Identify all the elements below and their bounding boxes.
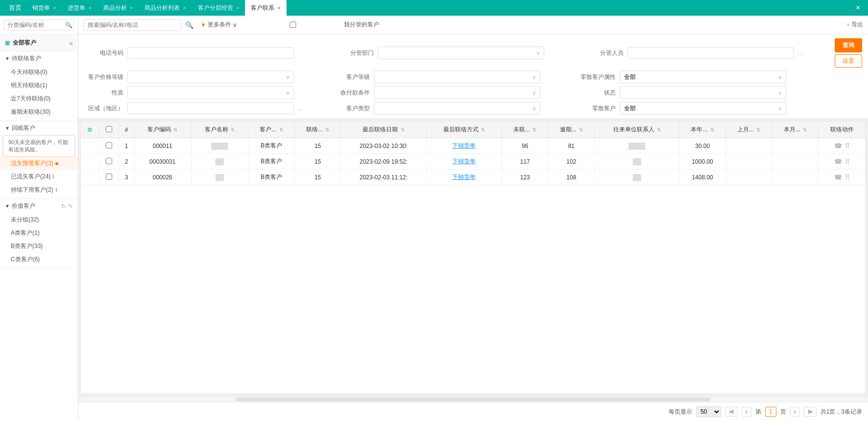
retail-select[interactable]: 全部 ∨ bbox=[620, 102, 786, 115]
sidebar-search-input[interactable] bbox=[4, 20, 74, 30]
row2-last-contact-method[interactable]: 下销货单 bbox=[426, 154, 502, 170]
this-year-col-header[interactable]: 本年... ⇅ bbox=[679, 122, 726, 138]
manager-input[interactable] bbox=[627, 47, 794, 59]
edit-icon[interactable]: ✎ bbox=[68, 203, 73, 210]
next-page-button[interactable]: › bbox=[790, 407, 800, 417]
select-all-checkbox[interactable] bbox=[106, 126, 112, 132]
nav-purchase-close[interactable]: × bbox=[88, 5, 91, 11]
uncontacted-col-header[interactable]: 未联... ⇅ bbox=[502, 122, 548, 138]
settings-col-header[interactable]: ⚙ bbox=[81, 122, 99, 138]
row3-checkbox[interactable] bbox=[99, 170, 119, 185]
sidebar-item-tomorrow-pending[interactable]: 明天待联络(1) bbox=[0, 79, 78, 92]
prev-page-button[interactable]: ‹ bbox=[742, 407, 751, 417]
contacts-col-header[interactable]: 往来单位联系人 ⇅ bbox=[595, 122, 679, 138]
my-customers-checkbox-label[interactable]: 我分管的客户 bbox=[244, 21, 379, 29]
row2-select-checkbox[interactable] bbox=[106, 158, 112, 164]
nature-select[interactable]: ∨ bbox=[127, 86, 294, 99]
sidebar-item-declining[interactable]: 持续下滑客户(2) ℹ bbox=[0, 183, 78, 197]
toolbar: 🔍 ▼ 更多条件 ∨ 我分管的客户 ↑ 导出 bbox=[78, 16, 868, 34]
per-page-select[interactable]: 50 100 200 bbox=[696, 406, 721, 417]
contact-col-header[interactable]: 联络... ⇅ bbox=[294, 122, 341, 138]
nav-product-analysis-close[interactable]: × bbox=[130, 5, 133, 11]
status-select[interactable]: ∨ bbox=[620, 86, 786, 99]
nav-product-analysis[interactable]: 商品分析 × bbox=[97, 0, 139, 16]
filter-more-button[interactable]: ▼ 更多条件 ∨ bbox=[197, 19, 240, 31]
nav-home[interactable]: 首页 bbox=[4, 0, 26, 16]
sidebar-item-churned[interactable]: 已流失客户(24) ℹ bbox=[0, 170, 78, 183]
last-contact-date-col-header[interactable]: 最后联络日期 ⇅ bbox=[341, 122, 426, 138]
row1-select-checkbox[interactable] bbox=[106, 142, 112, 149]
last-page-button[interactable]: ⊳ bbox=[804, 407, 817, 417]
phone-input[interactable] bbox=[127, 47, 294, 59]
checkbox-col-header[interactable] bbox=[99, 122, 119, 138]
row1-contact-icon[interactable]: ☎ bbox=[834, 142, 842, 149]
last-contact-method-col-header[interactable]: 最后联络方式 ⇅ bbox=[426, 122, 502, 138]
row3-contact-icon[interactable]: ☎ bbox=[834, 173, 842, 181]
code-col-header[interactable]: 客户编码 ⇅ bbox=[134, 122, 191, 138]
nav-product-list-close[interactable]: × bbox=[183, 5, 186, 11]
first-page-button[interactable]: ⊲ bbox=[725, 407, 738, 417]
customer-type-select[interactable]: ∨ bbox=[374, 102, 540, 115]
sidebar-item-today-pending[interactable]: 今天待联络(0) bbox=[0, 66, 78, 79]
search-button[interactable]: 🔍 bbox=[185, 21, 193, 29]
price-level-select[interactable]: ∨ bbox=[127, 71, 294, 83]
overdue-col-header[interactable]: 逾期... ⇅ bbox=[548, 122, 595, 138]
manager-dots[interactable]: ... bbox=[798, 50, 803, 56]
row2-this-month bbox=[772, 154, 819, 170]
close-all-button[interactable]: × bbox=[852, 3, 864, 12]
last-month-col-header[interactable]: 上月... ⇅ bbox=[725, 122, 772, 138]
payment-select[interactable]: ∨ bbox=[374, 86, 540, 99]
nav-sales[interactable]: 销货单 × bbox=[26, 0, 62, 16]
sidebar-item-churn-warning[interactable]: 流失预警客户(3) bbox=[0, 157, 78, 170]
dept-select[interactable]: ∨ bbox=[378, 47, 544, 59]
row1-more-icon[interactable]: ⠿ bbox=[845, 142, 850, 149]
nav-product-list[interactable]: 商品分析列表 × bbox=[139, 0, 192, 16]
value-customers-header[interactable]: ▼ 价值客户 ↻ ✎ bbox=[0, 199, 78, 213]
row2-checkbox[interactable] bbox=[99, 154, 119, 170]
region-dots[interactable]: ... bbox=[298, 105, 303, 112]
customer-level-select[interactable]: ∨ bbox=[374, 71, 540, 83]
name-col-header[interactable]: 客户名称 ⇅ bbox=[191, 122, 248, 138]
sidebar-collapse-btn[interactable]: « bbox=[69, 39, 73, 47]
nav-customer-contact-close[interactable]: × bbox=[277, 5, 280, 11]
filter-col-phone: 电话号码 bbox=[84, 47, 331, 59]
row2-contact-icon[interactable]: ☎ bbox=[834, 158, 842, 165]
nav-customer-segment[interactable]: 客户分层经营 × bbox=[192, 0, 245, 16]
sidebar-item-class-a[interactable]: A类客户(1) bbox=[0, 226, 78, 240]
index-col-header: # bbox=[119, 122, 134, 138]
churn-customers-header[interactable]: ▼ 回眠客户 bbox=[0, 121, 78, 135]
action-buttons: 查询 设置 bbox=[835, 38, 862, 68]
refresh-icon[interactable]: ↻ bbox=[61, 203, 66, 210]
nav-customer-contact[interactable]: 客户联系 × bbox=[245, 0, 286, 16]
nav-purchase[interactable]: 进货单 × bbox=[62, 0, 97, 16]
settings-button[interactable]: 设置 bbox=[835, 54, 862, 68]
row1-checkbox[interactable] bbox=[99, 138, 119, 154]
all-customers-header[interactable]: ⊞ 全部客户 « bbox=[0, 35, 78, 51]
retail-attr-select[interactable]: 全部 ∨ bbox=[620, 71, 786, 83]
nav-customer-segment-close[interactable]: × bbox=[236, 5, 239, 11]
row3-last-contact-method[interactable]: 下销货单 bbox=[426, 170, 502, 185]
row2-more-icon[interactable]: ⠿ bbox=[845, 158, 850, 165]
sidebar-item-week-pending[interactable]: 近7天待联络(0) bbox=[0, 92, 78, 105]
my-customers-checkbox[interactable] bbox=[244, 22, 342, 28]
row3-more-icon[interactable]: ⠿ bbox=[845, 173, 850, 181]
pending-contact-header[interactable]: ▼ 待联络客户 bbox=[0, 51, 78, 66]
query-button[interactable]: 查询 bbox=[835, 38, 862, 52]
type-col-header[interactable]: 客户... ⇅ bbox=[248, 122, 295, 138]
settings-gear-icon[interactable]: ⚙ bbox=[87, 126, 93, 133]
this-month-col-header[interactable]: 本月... ⇅ bbox=[772, 122, 819, 138]
scrollbar-track[interactable] bbox=[236, 397, 710, 401]
row3-select-checkbox[interactable] bbox=[106, 173, 112, 180]
contacts-sort-icon: ⇅ bbox=[657, 127, 661, 132]
sidebar-item-overdue-pending[interactable]: 逾期未联络(30) bbox=[0, 105, 78, 119]
horizontal-scrollbar[interactable] bbox=[78, 396, 868, 402]
nav-sales-close[interactable]: × bbox=[53, 5, 56, 11]
sidebar-item-class-c[interactable]: C类客户(6) bbox=[0, 253, 78, 266]
region-input[interactable] bbox=[127, 102, 294, 114]
row1-last-contact-method[interactable]: 下销货单 bbox=[426, 138, 502, 154]
sidebar-item-class-b[interactable]: B类客户(33) bbox=[0, 240, 78, 253]
export-button[interactable]: ↑ 导出 bbox=[846, 21, 863, 29]
search-input[interactable] bbox=[83, 19, 181, 31]
filter-row-3: 性质 ∨ 收付款条件 ∨ 状态 bbox=[84, 86, 862, 99]
sidebar-item-ungrouped[interactable]: 未分组(32) bbox=[0, 213, 78, 226]
